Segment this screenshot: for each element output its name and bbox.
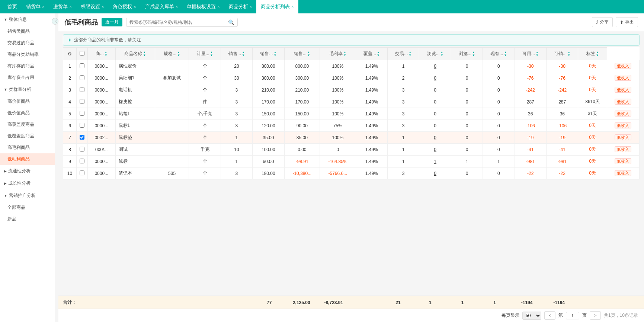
col-available[interactable]: 可用...▲▼ <box>515 48 546 60</box>
sidebar-item-stock-funds[interactable]: 库存资金占用 <box>0 72 55 83</box>
row-checkbox[interactable] <box>80 123 84 128</box>
page-number-input[interactable] <box>566 312 579 319</box>
sidebar-item-all-goods[interactable]: 全部商品 <box>0 202 55 213</box>
sidebar-item-new-goods[interactable]: 新品 <box>0 213 55 225</box>
row-name[interactable]: 笔记本 <box>115 168 155 179</box>
nav-permissions-close[interactable]: × <box>102 4 104 9</box>
row-transaction[interactable]: 0 <box>419 120 451 132</box>
per-page-select[interactable]: 50 20 100 <box>522 312 541 320</box>
row-checkbox-cell[interactable] <box>77 60 88 72</box>
row-checkbox-cell[interactable] <box>77 84 88 96</box>
col-transaction[interactable]: 交易...▲▼ <box>388 48 419 60</box>
sidebar-item-low-coverage[interactable]: 低覆盖度商品 <box>0 130 55 142</box>
row-name[interactable]: 铅笔1 <box>115 108 155 120</box>
sidebar-item-low-value[interactable]: 低价值商品 <box>0 107 55 119</box>
nav-roles-close[interactable]: × <box>134 4 136 9</box>
sidebar-item-in-stock[interactable]: 有库存的商品 <box>0 60 55 72</box>
col-gross-rate[interactable]: 毛利率▲▼ <box>320 48 356 60</box>
col-settings[interactable]: ⚙ <box>63 48 77 60</box>
col-unit[interactable]: 计量...▲▼ <box>189 48 221 60</box>
export-button[interactable]: ⬆ 导出 <box>616 17 638 27</box>
row-transaction[interactable]: 0 <box>419 144 451 156</box>
row-checkbox[interactable] <box>80 87 84 92</box>
row-checkbox[interactable] <box>80 159 84 163</box>
row-name[interactable]: 属性定价 <box>115 60 155 72</box>
row-checkbox-cell[interactable] <box>77 96 88 108</box>
col-spec[interactable]: 规格...▲▼ <box>155 48 189 60</box>
sidebar-collapse-button[interactable]: 《 <box>52 18 58 25</box>
col-tag[interactable]: 标签▲▼ <box>578 48 607 60</box>
nav-home[interactable]: 首页 <box>3 0 22 13</box>
row-checkbox[interactable] <box>80 111 84 116</box>
sidebar-item-high-value[interactable]: 高价值商品 <box>0 96 55 107</box>
row-checkbox[interactable] <box>80 135 84 140</box>
row-name[interactable]: 鼠标 <box>115 156 155 168</box>
sidebar-group-cluster[interactable]: ▼ 类群量分析 <box>0 83 55 96</box>
row-checkbox-cell[interactable] <box>77 72 88 84</box>
sidebar-item-high-coverage[interactable]: 高覆盖度商品 <box>0 119 55 130</box>
row-transaction[interactable]: 0 <box>419 72 451 84</box>
col-name[interactable]: 商品名称▲▼ <box>115 48 155 60</box>
sidebar-item-traded-goods[interactable]: 交易过的商品 <box>0 37 55 49</box>
col-coverage[interactable]: 覆盖...▲▼ <box>356 48 387 60</box>
row-transaction[interactable]: 0 <box>419 60 451 72</box>
nav-sales-close[interactable]: × <box>42 4 44 9</box>
sidebar-group-circulation[interactable]: ▶ 流通性分析 <box>0 165 55 177</box>
row-transaction[interactable]: 0 <box>419 84 451 96</box>
row-checkbox[interactable] <box>80 63 84 68</box>
row-checkbox[interactable] <box>80 99 84 104</box>
sidebar-item-category-assist[interactable]: 商品分类助销率 <box>0 49 55 60</box>
row-name[interactable]: 测试 <box>115 144 155 156</box>
row-checkbox-cell[interactable] <box>77 144 88 156</box>
row-transaction[interactable]: 0 <box>419 108 451 120</box>
row-name[interactable]: 电话机 <box>115 84 155 96</box>
sidebar-item-sales-goods[interactable]: 销售类商品 <box>0 26 55 37</box>
row-transaction[interactable]: 0 <box>419 132 451 144</box>
col-checkbox[interactable] <box>77 48 88 60</box>
row-checkbox[interactable] <box>80 75 84 80</box>
row-name[interactable]: 鼠标垫 <box>115 132 155 144</box>
sidebar-item-low-profit[interactable]: 低毛利商品 <box>0 153 55 165</box>
row-checkbox-cell[interactable] <box>77 132 88 144</box>
nav-purchase-close[interactable]: × <box>69 4 71 9</box>
share-button[interactable]: ⤴ 分享 <box>592 17 613 27</box>
row-checkbox[interactable] <box>80 170 84 175</box>
select-all-checkbox[interactable] <box>80 51 84 56</box>
search-box[interactable]: 🔍 <box>126 18 238 27</box>
prev-page-button[interactable]: ＜ <box>544 311 555 320</box>
col-sales-qty[interactable]: 销售...▲▼ <box>221 48 252 60</box>
search-input[interactable] <box>129 20 228 25</box>
row-transaction[interactable]: 1 <box>419 156 451 168</box>
sidebar-group-marketing[interactable]: ▼ 营销推广分析 <box>0 189 55 202</box>
col-sales-amount[interactable]: 销售...▲▼ <box>284 48 320 60</box>
row-name[interactable]: 吴细细1 <box>115 72 155 84</box>
row-checkbox-cell[interactable] <box>77 108 88 120</box>
col-stock[interactable]: 现有...▲▼ <box>483 48 515 60</box>
col-browse1[interactable]: 浏览...▲▼ <box>419 48 451 60</box>
nav-roles[interactable]: 角色授权 × <box>108 0 140 13</box>
sidebar-group-growth[interactable]: ▶ 成长性分析 <box>0 177 55 189</box>
nav-goods-analysis-list-close[interactable]: × <box>291 4 294 9</box>
row-transaction[interactable]: 0 <box>419 168 451 179</box>
row-checkbox-cell[interactable] <box>77 168 88 179</box>
nav-purchase[interactable]: 进货单 × <box>49 0 76 13</box>
nav-goods-analysis-list[interactable]: 商品分析列表 × <box>256 0 298 13</box>
sidebar-group-overall[interactable]: ▼ 整体信息 <box>0 13 55 26</box>
nav-permissions[interactable]: 权限设置 × <box>76 0 108 13</box>
nav-stock-in[interactable]: 产成品入库单 × <box>141 0 182 13</box>
row-name[interactable]: 鼠标1 <box>115 120 155 132</box>
row-checkbox-cell[interactable] <box>77 156 88 168</box>
col-sales-price[interactable]: 销售...▲▼ <box>253 48 284 60</box>
sidebar-item-high-profit[interactable]: 高毛利商品 <box>0 142 55 153</box>
col-saleable[interactable]: 可销...▲▼ <box>546 48 578 60</box>
nav-sales[interactable]: 销货单 × <box>22 0 49 13</box>
nav-goods-analysis[interactable]: 商品分析 × <box>224 0 256 13</box>
col-browse2[interactable]: 浏览...▲▼ <box>451 48 483 60</box>
date-filter-button[interactable]: 近一月 <box>102 18 122 26</box>
row-checkbox[interactable] <box>80 147 84 152</box>
nav-stock-in-close[interactable]: × <box>176 4 178 9</box>
row-name[interactable]: 橡皮擦 <box>115 96 155 108</box>
row-transaction[interactable]: 0 <box>419 96 451 108</box>
next-page-button[interactable]: ＞ <box>590 311 601 320</box>
nav-template-close[interactable]: × <box>217 4 220 9</box>
